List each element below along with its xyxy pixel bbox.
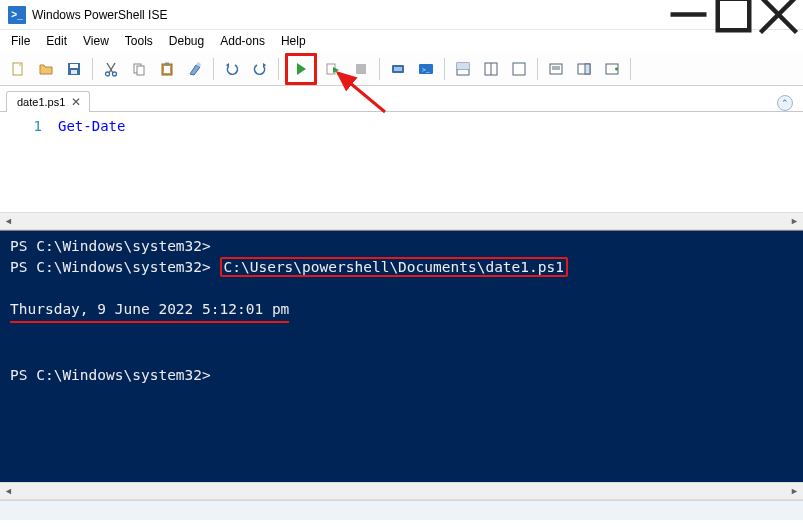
menu-file[interactable]: File [4,32,37,50]
menu-debug[interactable]: Debug [162,32,211,50]
scrollbar-right-icon[interactable]: ► [786,483,803,499]
options-icon[interactable] [600,57,624,81]
scrollbar-left-icon[interactable]: ◄ [0,483,17,499]
run-selection-icon[interactable] [321,57,345,81]
line-number-gutter: 1 [0,112,52,212]
paste-icon[interactable] [155,57,179,81]
code-area[interactable]: Get-Date [52,112,803,212]
run-script-button[interactable] [289,57,313,81]
minimize-button[interactable] [666,0,711,30]
script-editor[interactable]: 1 Get-Date [0,112,803,212]
console-horizontal-scrollbar[interactable]: ◄ ► [0,482,803,500]
svg-rect-6 [70,64,78,68]
statusbar [0,500,803,520]
svg-rect-11 [137,66,144,75]
menu-view[interactable]: View [76,32,116,50]
show-script-top-icon[interactable] [451,57,475,81]
svg-rect-16 [356,64,366,74]
svg-text:>_: >_ [422,66,430,74]
svg-rect-31 [585,64,590,74]
copy-icon[interactable] [127,57,151,81]
open-folder-icon[interactable] [34,57,58,81]
svg-rect-14 [165,62,169,65]
tab-active[interactable]: date1.ps1 ✕ [6,91,90,112]
tab-strip: date1.ps1 ✕ ⌃ [0,86,803,112]
close-button[interactable] [756,0,801,30]
cut-icon[interactable] [99,57,123,81]
console-prompt: PS C:\Windows\system32> [10,238,211,254]
undo-icon[interactable] [220,57,244,81]
show-command-addon-icon[interactable] [572,57,596,81]
new-remote-tab-icon[interactable] [386,57,410,81]
console-pane[interactable]: PS C:\Windows\system32> PS C:\Windows\sy… [0,230,803,482]
tab-close-icon[interactable]: ✕ [71,95,81,109]
scrollbar-left-icon[interactable]: ◄ [0,213,17,229]
console-prompt: PS C:\Windows\system32> [10,259,220,275]
svg-rect-23 [457,63,469,69]
redo-icon[interactable] [248,57,272,81]
save-icon[interactable] [62,57,86,81]
clear-icon[interactable] [183,57,207,81]
menu-addons[interactable]: Add-ons [213,32,272,50]
svg-rect-26 [513,63,525,75]
show-command-icon[interactable] [544,57,568,81]
titlebar: >_ Windows PowerShell ISE [0,0,803,30]
svg-rect-18 [394,67,402,71]
stop-icon[interactable] [349,57,373,81]
svg-rect-7 [71,70,77,74]
powershell-icon[interactable]: >_ [414,57,438,81]
svg-point-8 [106,72,110,76]
collapse-script-pane-icon[interactable]: ⌃ [777,95,793,111]
editor-horizontal-scrollbar[interactable]: ◄ ► [0,212,803,230]
window-title: Windows PowerShell ISE [32,8,666,22]
svg-point-9 [113,72,117,76]
svg-rect-1 [718,0,750,30]
menu-help[interactable]: Help [274,32,313,50]
scrollbar-right-icon[interactable]: ► [786,213,803,229]
show-script-right-icon[interactable] [479,57,503,81]
maximize-button[interactable] [711,0,756,30]
console-command: C:\Users\powershell\Documents\date1.ps1 [220,257,568,277]
svg-rect-13 [164,66,170,73]
new-file-icon[interactable] [6,57,30,81]
toolbar: >_ [0,52,803,86]
app-icon: >_ [8,6,26,24]
tab-label: date1.ps1 [17,96,65,108]
console-output: Thursday, 9 June 2022 5:12:01 pm [10,299,289,323]
menu-tools[interactable]: Tools [118,32,160,50]
console-prompt: PS C:\Windows\system32> [10,367,211,383]
menu-edit[interactable]: Edit [39,32,74,50]
show-script-max-icon[interactable] [507,57,531,81]
